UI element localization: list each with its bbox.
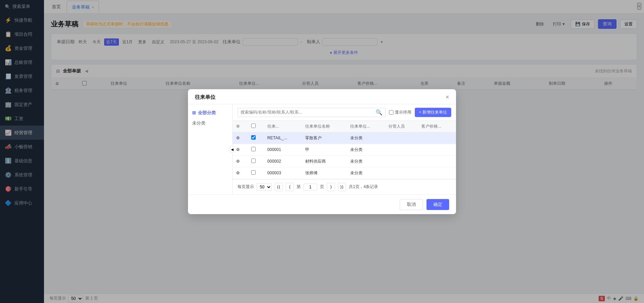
pager-prev-button[interactable]: ⟨	[286, 183, 294, 191]
dt-cell-check[interactable]	[248, 132, 264, 144]
dialog-actions: 取消 确定	[188, 195, 456, 214]
dialog-sidebar-all[interactable]: ⊞ 全部分类	[188, 108, 232, 118]
dt-cell-manager	[385, 132, 418, 144]
dt-cell-manager	[385, 167, 418, 179]
dialog-header: 往来单位 ×	[188, 89, 456, 104]
dt-col-price: 客户价格...	[418, 121, 456, 132]
modal-overlay[interactable]: 往来单位 × ⊞ 全部分类 未分类 ◀	[0, 0, 644, 303]
search-box: 🔍	[237, 108, 386, 117]
dt-cell-price	[418, 144, 456, 155]
dialog-sidebar-uncategorized-label: 未分类	[192, 120, 206, 126]
pager-di-word: 第	[297, 184, 301, 190]
search-icon: 🔍	[376, 109, 382, 116]
dt-cell-price	[418, 167, 456, 179]
dt-cell-settings: ⚙	[233, 155, 248, 167]
pager-total-info: 共1页，4条记录	[349, 184, 378, 190]
dt-select-all[interactable]	[251, 124, 256, 128]
show-disabled-checkbox[interactable]	[389, 110, 393, 115]
dt-cell-code: 000001	[264, 144, 302, 155]
partner-search-input[interactable]	[241, 110, 374, 115]
dt-cell-name: 材料供应商	[302, 155, 347, 167]
dt-cell-name: 零散客户	[302, 132, 347, 144]
dialog-table-row[interactable]: ⚙ 000003 张师傅 未分类	[233, 167, 456, 179]
add-partner-button[interactable]: + 新增往来单位	[415, 108, 451, 117]
dt-col-check[interactable]	[248, 121, 264, 132]
dt-cell-name: 张师傅	[302, 167, 347, 179]
dt-cell-category: 未分类	[347, 144, 385, 155]
dt-col-name: 往来单位名称	[302, 121, 347, 132]
per-page-label: 每页显示	[237, 184, 254, 190]
dialog-table-row[interactable]: ⚙ 000002 材料供应商 未分类	[233, 155, 456, 167]
dt-cell-manager	[385, 155, 418, 167]
dt-cell-manager	[385, 144, 418, 155]
dt-cell-code: 000002	[264, 155, 302, 167]
dialog-pager: 每页显示 50 ⟨⟨ ⟨ 第 页 ⟩ ⟩⟩ 共1页，4条记录	[233, 179, 456, 195]
dialog-sidebar-uncategorized[interactable]: 未分类	[188, 118, 232, 128]
pager-page-input[interactable]	[303, 184, 317, 190]
dialog-title: 往来单位	[195, 94, 215, 101]
dt-cell-settings: ⚙	[233, 132, 248, 144]
pager-last-button[interactable]: ⟩⟩	[338, 183, 346, 191]
dialog-body: ⊞ 全部分类 未分类 ◀ 🔍 显示停用	[188, 104, 456, 195]
pager-first-button[interactable]: ⟨⟨	[275, 183, 283, 191]
dt-col-code: 往来...	[264, 121, 302, 132]
per-page-select-dialog[interactable]: 50	[257, 183, 272, 191]
grid-icon-small: ⊞	[192, 110, 196, 115]
dt-cell-check[interactable]	[248, 144, 264, 155]
sidebar-collapse-button[interactable]: ◀	[229, 146, 236, 153]
dialog-main: 🔍 显示停用 + 新增往来单位 ⚙	[233, 104, 456, 195]
pager-next-button[interactable]: ⟩	[327, 183, 335, 191]
dialog-sidebar: ⊞ 全部分类 未分类 ◀	[188, 104, 233, 195]
dt-cell-price	[418, 132, 456, 144]
cancel-button[interactable]: 取消	[400, 199, 423, 210]
dialog-table: ⚙ 往来... 往来单位名称 往来单位... 分管人员 客户价格... ⚙	[233, 121, 456, 179]
dialog-close-button[interactable]: ×	[445, 94, 449, 100]
confirm-button[interactable]: 确定	[426, 199, 449, 210]
dialog-table-row[interactable]: ⚙ 000001 甲 未分类	[233, 144, 456, 155]
partner-dialog: 往来单位 × ⊞ 全部分类 未分类 ◀	[188, 89, 456, 214]
dialog-table-area: ⚙ 往来... 往来单位名称 往来单位... 分管人员 客户价格... ⚙	[233, 121, 456, 179]
dt-col-settings[interactable]: ⚙	[233, 121, 248, 132]
dt-cell-category: 未分类	[347, 155, 385, 167]
show-disabled-text: 显示停用	[395, 109, 411, 115]
dt-cell-check[interactable]	[248, 155, 264, 167]
dt-col-category: 往来单位...	[347, 121, 385, 132]
show-disabled-label: 显示停用	[389, 109, 411, 115]
dialog-table-row[interactable]: ⚙ RETAIL_... 零散客户 未分类	[233, 132, 456, 144]
dialog-toolbar: 🔍 显示停用 + 新增往来单位	[233, 104, 456, 121]
dt-cell-check[interactable]	[248, 167, 264, 179]
pager-page-word: 页	[320, 184, 324, 190]
dt-cell-category: 未分类	[347, 132, 385, 144]
dt-cell-settings: ⚙	[233, 167, 248, 179]
dialog-sidebar-all-label: 全部分类	[198, 110, 216, 116]
dt-col-manager: 分管人员	[385, 121, 418, 132]
dt-cell-category: 未分类	[347, 167, 385, 179]
dt-cell-code: 000003	[264, 167, 302, 179]
dt-cell-price	[418, 155, 456, 167]
dt-cell-code: RETAIL_...	[264, 132, 302, 144]
dt-cell-name: 甲	[302, 144, 347, 155]
